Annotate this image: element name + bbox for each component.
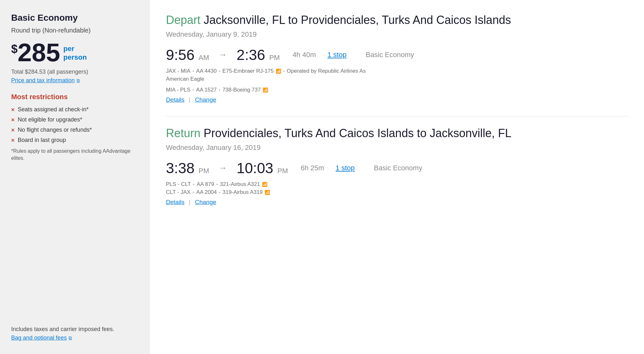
return-links-row: Details | Change (166, 199, 628, 206)
restriction-item: × Board in last group (11, 137, 139, 144)
depart-depart-period: AM (198, 54, 209, 62)
x-icon: × (11, 117, 15, 123)
depart-flight-date: Wednesday, January 9, 2019 (166, 30, 628, 39)
depart-duration: 4h 40m (293, 51, 316, 59)
trip-type-label: Round trip (Non-refundable) (11, 27, 139, 34)
wifi-icon: 📶 (262, 182, 267, 187)
wifi-icon: 📶 (263, 87, 268, 92)
depart-times-row: 9:56 AM → 2:36 PM 4h 40m 1 stop Basic Ec… (166, 46, 628, 63)
depart-segment1-details: JAX - MIA ● AA 4430 ● E75-Embraer RJ-175… (166, 68, 628, 74)
restriction-item: × Not eligible for upgrades* (11, 116, 139, 123)
return-arrive-period: PM (277, 167, 288, 175)
price-tax-info-link[interactable]: Price and tax information ⧉ (11, 77, 139, 84)
return-arrive-time: 10:03 PM (236, 159, 288, 177)
left-panel: Basic Economy Round trip (Non-refundable… (0, 0, 150, 354)
depart-depart-time: 9:56 AM (166, 46, 209, 63)
depart-operated-by: Operated by Republic Airlines As (287, 68, 366, 74)
external-link-icon: ⧉ (77, 78, 80, 83)
bag-fees-link[interactable]: Bag and optional fees ⧉ (11, 335, 139, 341)
external-link-icon: ⧉ (69, 335, 72, 341)
depart-flight-header: Depart Jacksonville, FL to Providenciale… (166, 13, 628, 28)
depart-details-link[interactable]: Details (166, 96, 184, 103)
return-duration: 6h 25m (301, 164, 324, 172)
return-times-row: 3:38 PM → 10:03 PM 6h 25m 1 stop Basic E… (166, 159, 628, 177)
x-icon: × (11, 107, 15, 113)
total-price-label: Total $284.53 (all passengers) (11, 69, 139, 75)
x-icon: × (11, 137, 15, 144)
section-divider (166, 116, 628, 116)
right-panel: Depart Jacksonville, FL to Providenciale… (150, 0, 644, 354)
return-direction-word: Return (166, 127, 200, 140)
fare-type-label: Basic Economy (11, 13, 139, 23)
dollar-sign: $ (11, 42, 18, 56)
wifi-icon: 📶 (265, 190, 270, 195)
return-stops-link[interactable]: 1 stop (336, 164, 355, 172)
return-depart-time: 3:38 PM (166, 159, 209, 177)
depart-segment2-details: MIA - PLS ● AA 1527 ● 738-Boeing 737 📶 (166, 87, 628, 93)
depart-stops-link[interactable]: 1 stop (327, 51, 347, 59)
includes-fees-label: Includes taxes and carrier imposed fees. (11, 326, 139, 333)
wifi-icon: 📶 (276, 69, 281, 74)
restriction-item: × Seats assigned at check-in* (11, 106, 139, 113)
most-restrictions-heading: Most restrictions (11, 93, 139, 101)
price-row: $ 285 perperson (11, 40, 139, 65)
left-panel-bottom: Includes taxes and carrier imposed fees.… (11, 326, 139, 341)
arrow-icon: → (219, 163, 227, 173)
price-amount: 285 (18, 40, 60, 65)
return-flight-section: Return Providenciales, Turks And Caicos … (166, 126, 628, 206)
return-change-link[interactable]: Change (195, 199, 216, 206)
return-cabin-class: Basic Economy (374, 164, 423, 172)
depart-arrive-time: 2:36 PM (236, 46, 280, 63)
rules-note: *Rules apply to all passengers including… (11, 148, 139, 162)
return-depart-period: PM (198, 167, 209, 175)
depart-arrive-period: PM (269, 54, 280, 62)
restrictions-list: × Seats assigned at check-in* × Not elig… (11, 106, 139, 144)
return-segment2-details: CLT - JAX ● AA 2004 ● 319-Airbus A319 📶 (166, 189, 628, 195)
depart-flight-section: Depart Jacksonville, FL to Providenciale… (166, 13, 628, 103)
return-flight-date: Wednesday, January 16, 2019 (166, 144, 628, 152)
depart-cabin-class: Basic Economy (366, 51, 414, 59)
restriction-item: × No flight changes or refunds* (11, 127, 139, 134)
depart-change-link[interactable]: Change (195, 96, 216, 103)
depart-operated-by-continued: American Eagle (166, 76, 628, 82)
x-icon: × (11, 127, 15, 134)
depart-route-text: Jacksonville, FL to Providenciales, Turk… (204, 13, 511, 26)
depart-links-row: Details | Change (166, 96, 628, 103)
return-flight-header: Return Providenciales, Turks And Caicos … (166, 126, 628, 141)
fare-info-top: Basic Economy Round trip (Non-refundable… (11, 13, 139, 162)
return-route-text: Providenciales, Turks And Caicos Islands… (204, 127, 511, 140)
depart-direction-word: Depart (166, 13, 200, 26)
arrow-icon: → (219, 50, 227, 60)
return-details-link[interactable]: Details (166, 199, 184, 206)
per-person-label: perperson (64, 45, 87, 62)
return-segment1-details: PLS - CLT ● AA 879 ● 321-Airbus A321 📶 (166, 181, 628, 188)
